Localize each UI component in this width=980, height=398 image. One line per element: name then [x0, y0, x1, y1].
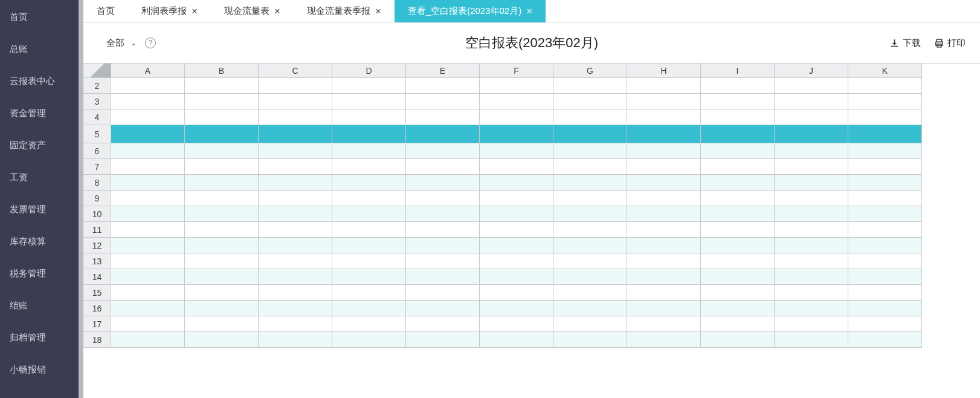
- cell-B5[interactable]: [185, 125, 259, 143]
- col-header-C[interactable]: C: [259, 64, 332, 78]
- cell-A6[interactable]: [111, 143, 185, 159]
- cell-G5[interactable]: [553, 125, 627, 143]
- row-header-8[interactable]: 8: [83, 175, 111, 191]
- cell-E17[interactable]: [406, 316, 480, 332]
- cell-A16[interactable]: [111, 301, 185, 316]
- cell-I2[interactable]: [701, 78, 775, 94]
- cell-E2[interactable]: [406, 78, 480, 94]
- row-header-10[interactable]: 10: [83, 206, 111, 222]
- close-icon[interactable]: ×: [274, 6, 280, 16]
- cell-E18[interactable]: [406, 332, 480, 348]
- cell-J4[interactable]: [775, 109, 848, 125]
- cell-J17[interactable]: [775, 316, 848, 332]
- cell-G12[interactable]: [553, 238, 627, 253]
- row-header-2[interactable]: 2: [83, 78, 111, 94]
- cell-H4[interactable]: [627, 109, 701, 125]
- cell-H16[interactable]: [627, 301, 701, 316]
- row-header-11[interactable]: 11: [83, 222, 111, 238]
- cell-C9[interactable]: [259, 191, 332, 206]
- cell-D7[interactable]: [332, 159, 406, 175]
- cell-C14[interactable]: [259, 269, 332, 285]
- cell-E4[interactable]: [406, 109, 480, 125]
- cell-C12[interactable]: [259, 238, 332, 253]
- cell-A11[interactable]: [111, 222, 185, 238]
- cell-D18[interactable]: [332, 332, 406, 348]
- sidebar-item-9[interactable]: 结账: [0, 290, 79, 322]
- cell-F11[interactable]: [480, 222, 553, 238]
- cell-I11[interactable]: [701, 222, 775, 238]
- cell-F2[interactable]: [480, 78, 553, 94]
- cell-B17[interactable]: [185, 316, 259, 332]
- cell-I18[interactable]: [701, 332, 775, 348]
- row-header-18[interactable]: 18: [83, 332, 111, 348]
- cell-I17[interactable]: [701, 316, 775, 332]
- cell-B11[interactable]: [185, 222, 259, 238]
- cell-C5[interactable]: [259, 125, 332, 143]
- sidebar-item-5[interactable]: 工资: [0, 161, 79, 194]
- download-button[interactable]: 下载: [889, 38, 921, 49]
- filter-dropdown[interactable]: 全部 ⌄: [106, 38, 137, 49]
- cell-B3[interactable]: [185, 94, 259, 109]
- print-button[interactable]: 打印: [934, 38, 965, 49]
- cell-G10[interactable]: [553, 206, 627, 222]
- cell-A4[interactable]: [111, 109, 185, 125]
- row-header-12[interactable]: 12: [83, 238, 111, 253]
- cell-F18[interactable]: [480, 332, 553, 348]
- cell-B14[interactable]: [185, 269, 259, 285]
- sidebar-item-10[interactable]: 归档管理: [0, 322, 79, 354]
- cell-K5[interactable]: [848, 125, 922, 143]
- cell-B2[interactable]: [185, 78, 259, 94]
- cell-D6[interactable]: [332, 143, 406, 159]
- sidebar-item-7[interactable]: 库存核算: [0, 226, 79, 258]
- cell-D4[interactable]: [332, 109, 406, 125]
- cell-J10[interactable]: [775, 206, 848, 222]
- cell-E11[interactable]: [406, 222, 480, 238]
- cell-F13[interactable]: [480, 253, 553, 269]
- cell-J2[interactable]: [775, 78, 848, 94]
- cell-G8[interactable]: [553, 175, 627, 191]
- cell-F10[interactable]: [480, 206, 553, 222]
- cell-D3[interactable]: [332, 94, 406, 109]
- cell-H10[interactable]: [627, 206, 701, 222]
- cell-B10[interactable]: [185, 206, 259, 222]
- cell-J7[interactable]: [775, 159, 848, 175]
- cell-J5[interactable]: [775, 125, 848, 143]
- cell-D16[interactable]: [332, 301, 406, 316]
- cell-E16[interactable]: [406, 301, 480, 316]
- cell-D12[interactable]: [332, 238, 406, 253]
- sidebar-item-1[interactable]: 总账: [0, 33, 79, 65]
- cell-D10[interactable]: [332, 206, 406, 222]
- cell-D13[interactable]: [332, 253, 406, 269]
- cell-H6[interactable]: [627, 143, 701, 159]
- cell-B12[interactable]: [185, 238, 259, 253]
- cell-F12[interactable]: [480, 238, 553, 253]
- cell-F4[interactable]: [480, 109, 553, 125]
- cell-I9[interactable]: [701, 191, 775, 206]
- row-header-16[interactable]: 16: [83, 301, 111, 316]
- cell-H3[interactable]: [627, 94, 701, 109]
- tab-4[interactable]: 查看_空白报表(2023年02月)×: [395, 0, 546, 22]
- cell-E10[interactable]: [406, 206, 480, 222]
- cell-D9[interactable]: [332, 191, 406, 206]
- sidebar-item-11[interactable]: 小畅报销: [0, 354, 79, 386]
- cell-A14[interactable]: [111, 269, 185, 285]
- cell-A15[interactable]: [111, 285, 185, 301]
- cell-E15[interactable]: [406, 285, 480, 301]
- cell-C16[interactable]: [259, 301, 332, 316]
- cell-K4[interactable]: [848, 109, 922, 125]
- cell-B7[interactable]: [185, 159, 259, 175]
- cell-H7[interactable]: [627, 159, 701, 175]
- cell-F9[interactable]: [480, 191, 553, 206]
- cell-H13[interactable]: [627, 253, 701, 269]
- tab-0[interactable]: 首页: [83, 0, 128, 22]
- sidebar-scrollbar[interactable]: [79, 0, 83, 398]
- cell-E8[interactable]: [406, 175, 480, 191]
- cell-G7[interactable]: [553, 159, 627, 175]
- cell-D8[interactable]: [332, 175, 406, 191]
- cell-C15[interactable]: [259, 285, 332, 301]
- row-header-5[interactable]: 5: [83, 125, 111, 143]
- cell-H9[interactable]: [627, 191, 701, 206]
- cell-I10[interactable]: [701, 206, 775, 222]
- cell-G18[interactable]: [553, 332, 627, 348]
- cell-E5[interactable]: [406, 125, 480, 143]
